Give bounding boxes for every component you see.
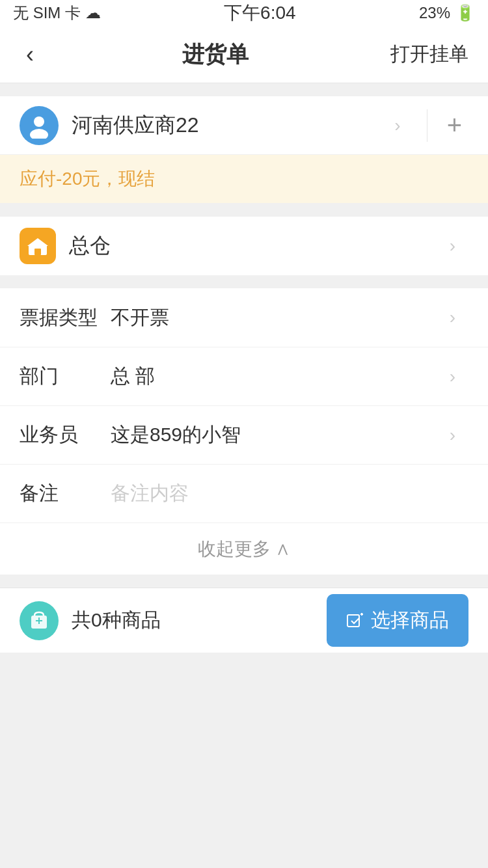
status-bar: 无 SIM 卡 ☁ 下午6:04 23% 🔋 (0, 0, 488, 26)
warehouse-label: 总仓 (69, 232, 450, 260)
department-row[interactable]: 部门 总 部 › (0, 347, 488, 405)
chevron-right-icon: › (450, 307, 455, 328)
remark-input[interactable]: 备注内容 (111, 480, 468, 507)
salesperson-value: 这是859的小智 (111, 422, 450, 448)
gray-fill (0, 653, 488, 848)
supplier-name: 河南供应商22 (72, 111, 394, 140)
ticket-type-value: 不开票 (111, 305, 450, 331)
status-time: 下午6:04 (224, 1, 296, 25)
svg-rect-4 (34, 249, 41, 255)
supplier-row[interactable]: 河南供应商22 › + (0, 96, 488, 155)
svg-marker-3 (27, 238, 48, 246)
remark-label: 备注 (20, 480, 111, 507)
select-goods-label: 选择商品 (371, 607, 449, 634)
warehouse-row[interactable]: 总仓 › (0, 217, 488, 275)
department-value: 总 部 (111, 363, 450, 390)
bottom-bar: 共0种商品 选择商品 (0, 588, 488, 653)
warehouse-icon-wrap (20, 228, 56, 264)
section-gap-3 (0, 275, 488, 288)
ticket-type-row[interactable]: 票据类型 不开票 › (0, 288, 488, 347)
fields-card: 票据类型 不开票 › 部门 总 部 › 业务员 这是859的小智 › 备注 备注… (0, 288, 488, 575)
supplier-card: 河南供应商22 › + 应付-20元，现结 (0, 96, 488, 204)
nav-bar: ‹ 进货单 打开挂单 (0, 26, 488, 83)
battery-label: 23% (419, 4, 450, 22)
open-pending-button[interactable]: 打开挂单 (390, 41, 468, 68)
add-supplier-button[interactable]: + (441, 104, 468, 146)
collapse-button[interactable]: 收起更多 ∧ (0, 522, 488, 575)
ticket-type-label: 票据类型 (20, 305, 111, 331)
remark-row[interactable]: 备注 备注内容 (0, 464, 488, 522)
select-goods-button[interactable]: 选择商品 (327, 594, 468, 647)
back-button[interactable]: ‹ (20, 34, 40, 75)
status-left: 无 SIM 卡 ☁ (13, 3, 101, 23)
section-gap-2 (0, 204, 488, 217)
collapse-label: 收起更多 ∧ (198, 537, 291, 562)
avatar (20, 106, 59, 145)
goods-icon-wrap (20, 601, 59, 640)
status-right: 23% 🔋 (419, 4, 475, 22)
svg-point-1 (30, 129, 48, 139)
salesperson-label: 业务员 (20, 422, 111, 448)
divider (427, 109, 427, 142)
section-gap-4 (0, 575, 488, 588)
chevron-right-icon: › (394, 115, 400, 136)
svg-point-0 (34, 116, 44, 127)
department-label: 部门 (20, 363, 111, 390)
salesperson-row[interactable]: 业务员 这是859的小智 › (0, 405, 488, 464)
chevron-right-icon: › (450, 425, 455, 446)
sim-label: 无 SIM 卡 ☁ (13, 3, 101, 23)
chevron-right-icon: › (450, 236, 455, 256)
battery-icon: 🔋 (455, 4, 475, 22)
section-gap-1 (0, 83, 488, 96)
chevron-right-icon: › (450, 366, 455, 387)
notice-bar: 应付-20元，现结 (0, 155, 488, 204)
page-title: 进货单 (182, 40, 249, 70)
goods-count: 共0种商品 (72, 607, 327, 634)
